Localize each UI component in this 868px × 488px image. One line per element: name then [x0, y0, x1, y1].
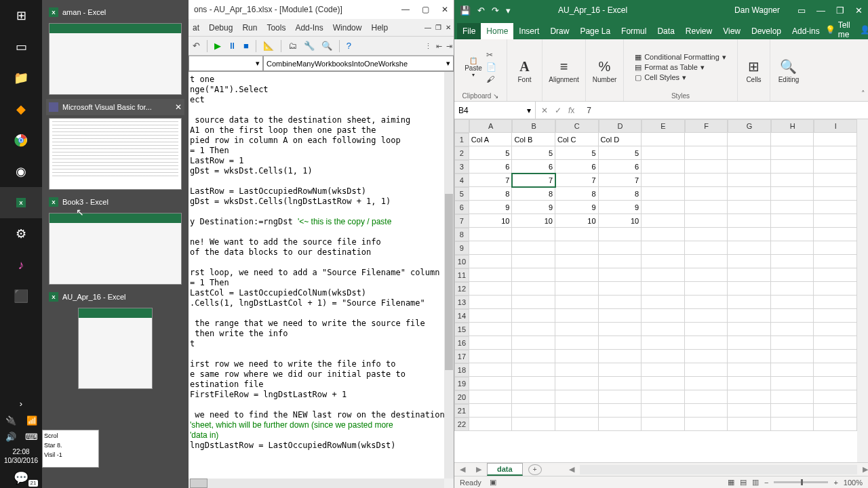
cell[interactable]	[685, 377, 728, 390]
column-header[interactable]: H	[771, 119, 814, 133]
cell[interactable]	[642, 350, 685, 363]
cell[interactable]	[599, 418, 642, 431]
cell[interactable]	[642, 296, 685, 309]
cell[interactable]	[771, 214, 814, 228]
cell[interactable]	[555, 418, 599, 431]
macro-record-icon[interactable]: ▣	[490, 478, 496, 487]
cell[interactable]: 10	[469, 214, 513, 228]
cell[interactable]	[685, 350, 728, 363]
cell[interactable]	[599, 309, 642, 323]
cell[interactable]	[512, 282, 555, 296]
cell[interactable]: 5	[599, 146, 642, 160]
cell[interactable]: 5	[555, 146, 599, 160]
switcher-item-vba[interactable]: Microsoft Visual Basic for...✕	[46, 99, 184, 190]
cell[interactable]	[814, 201, 857, 214]
outdent-icon[interactable]: ⇤	[436, 42, 442, 51]
save-icon[interactable]: 💾	[460, 5, 471, 16]
cell[interactable]	[555, 282, 599, 296]
select-all-corner[interactable]	[454, 119, 469, 133]
cell[interactable]	[512, 323, 555, 336]
row-header[interactable]: 9	[454, 241, 469, 255]
cell[interactable]: 7	[599, 174, 642, 187]
name-box[interactable]: B4▾	[454, 102, 536, 119]
cell[interactable]	[728, 146, 771, 160]
cell[interactable]	[685, 133, 728, 146]
cell[interactable]	[469, 255, 513, 268]
cell[interactable]	[469, 296, 513, 309]
cell[interactable]	[469, 309, 513, 323]
expand-tray-icon[interactable]: ›	[0, 394, 42, 412]
redo-icon[interactable]: ↷	[492, 5, 499, 16]
close-icon[interactable]: ✕	[855, 5, 863, 16]
menu-run[interactable]: Run	[242, 23, 257, 33]
cell[interactable]	[685, 323, 728, 336]
cell[interactable]	[599, 296, 642, 309]
cell[interactable]	[555, 255, 599, 268]
menu-tools[interactable]: Tools	[267, 23, 285, 33]
cell[interactable]	[642, 174, 685, 187]
chrome-icon[interactable]	[0, 125, 42, 156]
cell[interactable]	[599, 390, 642, 404]
cell[interactable]	[728, 201, 771, 214]
cell[interactable]	[814, 296, 857, 309]
cell[interactable]	[814, 268, 857, 282]
cell[interactable]	[469, 377, 513, 390]
zoom-slider[interactable]	[774, 481, 828, 483]
cell[interactable]	[469, 363, 513, 377]
row-header[interactable]: 8	[454, 228, 469, 241]
cell[interactable]	[771, 418, 814, 431]
cell[interactable]	[771, 228, 814, 241]
cell[interactable]: 7	[469, 174, 513, 187]
row-header[interactable]: 20	[454, 390, 469, 404]
cell[interactable]	[685, 418, 728, 431]
column-header[interactable]: E	[642, 119, 685, 133]
menu-help[interactable]: Help	[371, 23, 388, 33]
cell[interactable]	[814, 336, 857, 350]
cell[interactable]	[469, 323, 513, 336]
formula-bar[interactable]: 7	[587, 106, 591, 115]
close-icon[interactable]: ✕	[175, 102, 182, 112]
normal-view-icon[interactable]: ▦	[728, 478, 734, 487]
cell[interactable]: 10	[599, 214, 642, 228]
cell[interactable]	[771, 133, 814, 146]
cell[interactable]	[814, 174, 857, 187]
cell[interactable]	[728, 282, 771, 296]
cell[interactable]	[814, 146, 857, 160]
volume-icon[interactable]: 🔊	[0, 428, 21, 445]
cell[interactable]	[642, 282, 685, 296]
row-header[interactable]: 5	[454, 187, 469, 201]
tab-draw[interactable]: Draw	[545, 23, 574, 39]
row-header[interactable]: 16	[454, 336, 469, 350]
start-button[interactable]: ⊞	[0, 0, 42, 31]
spreadsheet-grid[interactable]: ABCDEFGHI1Col ACol BCol CCol D2555536666…	[454, 119, 857, 462]
cell[interactable]	[814, 241, 857, 255]
cell[interactable]	[771, 174, 814, 187]
cell[interactable]: Col C	[555, 133, 599, 146]
cell[interactable]	[599, 363, 642, 377]
cell[interactable]	[685, 296, 728, 309]
cell[interactable]	[469, 350, 513, 363]
zoom-in-icon[interactable]: +	[833, 479, 837, 487]
cell[interactable]	[599, 255, 642, 268]
cell[interactable]	[512, 377, 555, 390]
cell[interactable]	[771, 296, 814, 309]
cell[interactable]	[642, 363, 685, 377]
design-mode-icon[interactable]: 📐	[263, 41, 274, 51]
cell[interactable]	[728, 363, 771, 377]
column-header[interactable]: B	[512, 119, 555, 133]
cell[interactable]	[771, 201, 814, 214]
cell[interactable]	[512, 309, 555, 323]
cell[interactable]	[642, 323, 685, 336]
cell[interactable]	[728, 418, 771, 431]
cell[interactable]	[771, 255, 814, 268]
sublime-icon[interactable]: ◆	[0, 94, 42, 125]
cell[interactable]	[512, 350, 555, 363]
tellme-label[interactable]: Tell me	[838, 20, 850, 39]
cell[interactable]	[469, 268, 513, 282]
vertical-scrollbar[interactable]	[857, 119, 868, 462]
cell[interactable]	[814, 309, 857, 323]
excel-taskbar-icon[interactable]: X	[0, 187, 42, 218]
row-header[interactable]: 13	[454, 296, 469, 309]
conditional-formatting-button[interactable]: ▦Conditional Formatting ▾	[635, 53, 726, 62]
cell[interactable]	[685, 228, 728, 241]
